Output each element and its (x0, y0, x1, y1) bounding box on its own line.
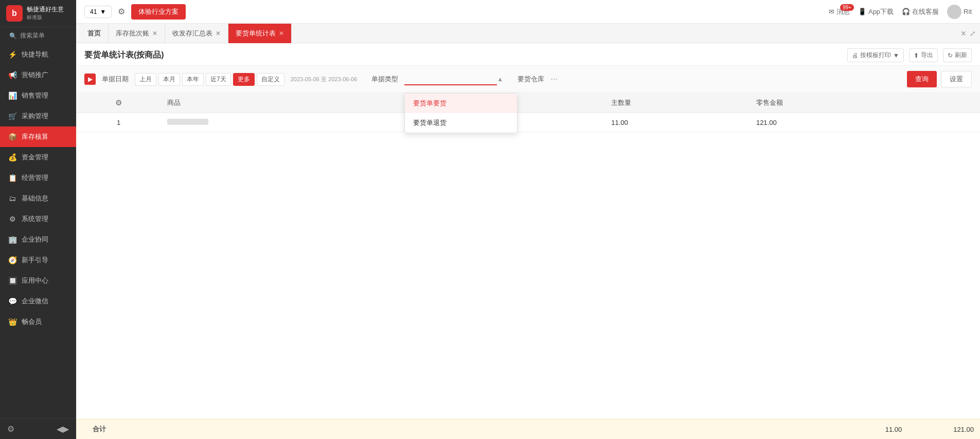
app-center-icon: 🔲 (7, 276, 17, 286)
date-btn-current[interactable]: 本月 (158, 73, 180, 86)
date-btn-up[interactable]: 上月 (135, 73, 156, 86)
expand-filter-btn[interactable]: ▶ (84, 74, 96, 85)
tab-home[interactable]: 首页 (80, 24, 109, 43)
sidebar-item-app-center[interactable]: 🔲 应用中心 (0, 270, 76, 291)
sidebar-logo-text: 畅捷通好生意 标准版 (27, 6, 64, 21)
footer-total-label: 合计 (93, 425, 106, 434)
sidebar-logo: b 畅捷通好生意 标准版 (0, 0, 76, 27)
print-btn[interactable]: 🖨 按模板打印 ▼ (847, 48, 904, 62)
topbar-gear-icon[interactable]: ⚙ (118, 7, 125, 16)
online-service-btn[interactable]: 🎧 在线客服 (902, 7, 939, 16)
message-btn[interactable]: ✉ 消息 99+ (829, 7, 850, 16)
finance-icon: 💰 (7, 152, 17, 162)
headset-icon: 🎧 (902, 8, 910, 15)
main-area: 41 ▼ ⚙ 体验行业方案 ✉ 消息 99+ 📱 App下载 🎧 在线客服 R (76, 0, 980, 439)
warehouse-filter-dots[interactable]: ··· (550, 75, 557, 84)
query-btn[interactable]: 查询 (907, 71, 937, 87)
sidebar-item-purchase[interactable]: 🛒 采购管理 (0, 106, 76, 126)
tab-order-stats[interactable]: 要货单统计表 ✕ (228, 24, 292, 43)
date-buttons: 上月 本月 本年 近7天 更多 自定义 (135, 73, 284, 86)
sales-icon: 📊 (7, 90, 17, 101)
date-btn-custom[interactable]: 自定义 (257, 73, 284, 86)
sidebar-item-inventory[interactable]: 📦 库存核算 (0, 126, 76, 147)
type-dropdown-menu: 要货单要货 要货单退货 (404, 93, 518, 133)
quick-nav-icon: ⚡ (7, 49, 17, 60)
tab-inventory-batch[interactable]: 库存批次账 ✕ (109, 24, 165, 43)
sidebar-item-member[interactable]: 👑 畅会员 (0, 312, 76, 332)
sidebar-item-enterprise[interactable]: 🏢 企业协同 (0, 229, 76, 250)
page-title: 要货单统计表(按商品) (84, 50, 164, 61)
topbar-left: 41 ▼ ⚙ 体验行业方案 (84, 4, 186, 20)
type-filter-label: 单据类型 (371, 75, 398, 84)
trial-btn[interactable]: 体验行业方案 (131, 4, 186, 20)
type-filter-input[interactable] (404, 74, 497, 85)
settings-icon[interactable]: ⚙ (7, 424, 14, 434)
sidebar-item-system[interactable]: ⚙ 系统管理 (0, 209, 76, 229)
footer-qty-value: 11.00 (885, 426, 902, 433)
page-header: 要货单统计表(按商品) 🖨 按模板打印 ▼ ⬆ 导出 ↻ 刷新 (76, 43, 980, 66)
type-dropdown-arrow[interactable]: ▲ (497, 76, 503, 83)
refresh-btn[interactable]: ↻ 刷新 (943, 48, 972, 62)
date-btn-more[interactable]: 更多 (233, 73, 255, 86)
tab-close-inventory-batch[interactable]: ✕ (152, 30, 157, 37)
col-seq-header: ⚙ (76, 93, 161, 113)
sidebar-nav: ⚡ 快捷导航 📢 营销推广 📊 销售管理 🛒 采购管理 📦 库存核算 💰 资金管… (0, 44, 76, 418)
date-btn-7days[interactable]: 近7天 (206, 73, 231, 86)
table-area: ⚙ 商品 主计量单位 主数量 零售金额 1 (76, 93, 980, 419)
message-icon: ✉ (829, 8, 834, 15)
wechat-icon: 💬 (7, 296, 17, 306)
tab-window-icon[interactable]: ✕ (960, 29, 967, 38)
org-selector[interactable]: 41 ▼ (84, 6, 112, 18)
export-icon: ⬆ (914, 52, 919, 59)
sidebar-item-operations[interactable]: 📋 经营管理 (0, 168, 76, 188)
avatar-image (947, 5, 961, 19)
filter-actions: 查询 设置 (907, 71, 972, 87)
tab-collect-summary[interactable]: 收发存汇总表 ✕ (165, 24, 228, 43)
cell-amount: 121.00 (750, 113, 925, 132)
cell-extra (925, 113, 980, 132)
topbar: 41 ▼ ⚙ 体验行业方案 ✉ 消息 99+ 📱 App下载 🎧 在线客服 R (76, 0, 980, 24)
tab-close-collect-summary[interactable]: ✕ (216, 30, 221, 37)
dropdown-item-order-return[interactable]: 要货单退货 (405, 113, 517, 133)
selector-chevron-icon: ▼ (100, 8, 106, 15)
collapse-icon[interactable]: ◀▶ (57, 424, 69, 434)
print-icon: 🖨 (852, 52, 858, 59)
sidebar-item-wechat[interactable]: 💬 企业微信 (0, 291, 76, 312)
marketing-icon: 📢 (7, 70, 17, 80)
footer-amount-value: 121.00 (953, 426, 974, 433)
page-content: 要货单统计表(按商品) 🖨 按模板打印 ▼ ⬆ 导出 ↻ 刷新 ▶ (76, 43, 980, 439)
system-icon: ⚙ (7, 214, 17, 224)
cell-seq: 1 (76, 113, 161, 132)
app-logo-icon: b (6, 5, 23, 22)
date-btn-year[interactable]: 本年 (182, 73, 204, 86)
table-footer: 合计 11.00 121.00 (76, 419, 980, 439)
date-range-display: 2023-05-06 至 2023-06-06 (291, 76, 358, 83)
sidebar-item-sales[interactable]: 📊 销售管理 (0, 85, 76, 106)
sidebar-item-base-info[interactable]: 🗂 基础信息 (0, 188, 76, 209)
search-icon: 🔍 (9, 32, 17, 40)
sidebar-item-finance[interactable]: 💰 资金管理 (0, 147, 76, 168)
page-actions: 🖨 按模板打印 ▼ ⬆ 导出 ↻ 刷新 (847, 48, 972, 62)
print-chevron-icon: ▼ (893, 52, 899, 59)
col-amount-header: 零售金额 (750, 93, 925, 113)
export-btn[interactable]: ⬆ 导出 (909, 48, 938, 62)
sidebar-item-quick-nav[interactable]: ⚡ 快捷导航 (0, 44, 76, 65)
guide-icon: 🧭 (7, 255, 17, 265)
app-download-btn[interactable]: 📱 App下载 (858, 7, 894, 16)
user-avatar[interactable]: Rit (947, 5, 972, 19)
setting-btn[interactable]: 设置 (941, 71, 972, 87)
sidebar-item-marketing[interactable]: 📢 营销推广 (0, 65, 76, 85)
member-icon: 👑 (7, 317, 17, 327)
table-row: 1 块 11.00 121.00 (76, 113, 980, 132)
tab-expand-icon[interactable]: ⤢ (970, 29, 976, 38)
dropdown-item-order-goods[interactable]: 要货单要货 (405, 94, 517, 113)
phone-icon: 📱 (858, 8, 866, 15)
cell-product (161, 113, 400, 132)
sidebar-search[interactable]: 🔍 搜索菜单 (0, 27, 76, 44)
col-extra-header (925, 93, 980, 113)
tab-close-order-stats[interactable]: ✕ (279, 30, 284, 37)
purchase-icon: 🛒 (7, 111, 17, 121)
col-settings-icon[interactable]: ⚙ (115, 98, 122, 107)
product-placeholder (167, 119, 208, 125)
sidebar-item-guide[interactable]: 🧭 新手引导 (0, 250, 76, 270)
